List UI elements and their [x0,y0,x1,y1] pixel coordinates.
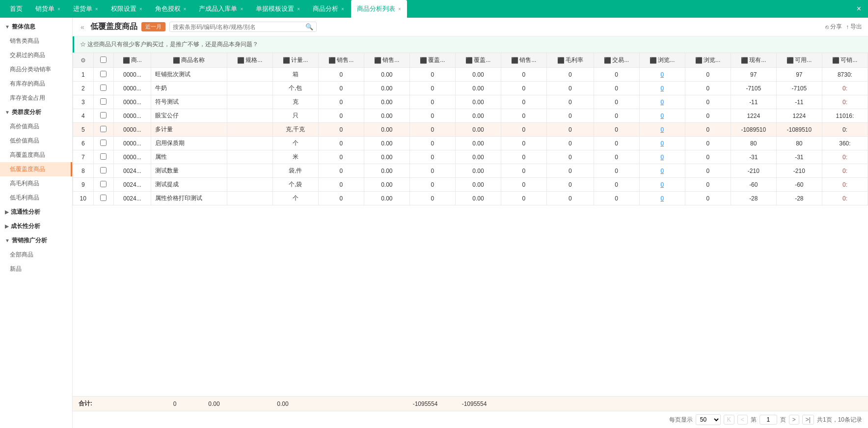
search-input[interactable] [173,24,303,30]
col-unit[interactable]: ⬛ 计量... [272,53,318,68]
nav-goods-analysis[interactable]: 商品分析 × [307,0,350,18]
row-checkbox-3[interactable] [100,112,107,118]
cell-browse1[interactable]: 0 [639,109,685,123]
nav-template-close[interactable]: × [297,6,300,12]
sidebar-section-cluster[interactable]: ▼ 类群度分析 [0,105,72,119]
sidebar-item-high-value[interactable]: 高价值商品 [0,119,72,134]
nav-permission[interactable]: 权限设置 × [105,0,148,18]
nav-permission-close[interactable]: × [139,6,142,12]
nav-purchase[interactable]: 进货单 × [67,0,104,18]
nav-sales[interactable]: 销货单 × [29,0,66,18]
sidebar-item-high-coverage[interactable]: 高覆盖度商品 [0,148,72,162]
sidebar-item-new-goods[interactable]: 新品 [0,262,72,276]
table-row: 100024...属性价格打印测试个00.0000.0000000-28-280… [73,192,868,205]
sidebar-section-overview[interactable]: ▼ 整体信息 [0,20,72,34]
sidebar-section-growth[interactable]: ▶ 成长性分析 [0,219,72,233]
sidebar-section-marketing[interactable]: ▼ 营销推广分析 [0,233,72,248]
select-all-checkbox[interactable] [100,57,107,63]
col-coverage2[interactable]: ⬛ 覆盖... [455,53,501,68]
cell-code: 0000... [113,137,151,150]
row-checkbox-0[interactable] [100,71,107,77]
col-spec[interactable]: ⬛ 规格... [227,53,272,68]
sidebar-item-low-margin[interactable]: 低毛利商品 [0,191,72,205]
time-filter-button[interactable]: 近一月 [141,22,165,31]
export-icon: ↑ [846,24,849,30]
cell-trade: 0 [594,192,639,205]
col-browse2[interactable]: ⬛ 浏览... [685,53,731,68]
col-name[interactable]: ⬛ 商品名称 [151,53,227,68]
cell-gross: 0 [546,82,594,95]
cell-browse1[interactable]: 0 [639,192,685,205]
first-page-btn[interactable]: K [724,415,734,425]
close-all-tabs[interactable]: × [854,4,864,13]
cell-sales-x: 0 [501,109,546,123]
sidebar-section-circulation[interactable]: ▶ 流通性分析 [0,205,72,219]
row-checkbox-9[interactable] [100,195,107,201]
cell-saleable: 11016: [822,109,868,123]
cell-browse1[interactable]: 0 [639,123,685,137]
nav-goods-analysis-list-close[interactable]: × [398,6,401,12]
sidebar-item-high-margin[interactable]: 高毛利商品 [0,176,72,191]
cell-available: 1224 [776,109,822,123]
cell-name: 属性 [151,150,227,164]
nav-product-entry[interactable]: 产成品入库单 × [193,0,249,18]
cell-name: 多计量 [151,123,227,137]
settings-icon[interactable]: ⚙ [81,57,86,64]
nav-home[interactable]: 首页 [4,0,28,18]
sidebar-item-traded-goods[interactable]: 交易过的商品 [0,48,72,62]
cell-no: 9 [73,178,94,192]
row-checkbox-7[interactable] [100,167,107,173]
row-checkbox-1[interactable] [100,85,107,91]
nav-role[interactable]: 角色授权 × [149,0,192,18]
col-coverage1[interactable]: ⬛ 覆盖... [409,53,455,68]
col-trade[interactable]: ⬛ 交易... [594,53,639,68]
nav-role-close[interactable]: × [184,6,187,12]
export-button[interactable]: ↑ 导出 [846,23,862,31]
sidebar-item-low-value[interactable]: 低价值商品 [0,134,72,148]
row-checkbox-2[interactable] [100,98,107,105]
cell-browse1[interactable]: 0 [639,68,685,82]
nav-goods-analysis-list[interactable]: 商品分析列表 × [351,0,407,18]
cell-cov2: 0.00 [455,123,501,137]
prev-page-btn[interactable]: < [737,415,748,425]
nav-goods-analysis-close[interactable]: × [341,6,344,12]
row-checkbox-5[interactable] [100,140,107,146]
cell-browse1[interactable]: 0 [639,95,685,109]
sidebar-item-stock-goods[interactable]: 有库存的商品 [0,77,72,91]
cell-gross: 0 [546,150,594,164]
collapse-sidebar-btn[interactable]: « [79,22,86,32]
cell-browse1[interactable]: 0 [639,137,685,150]
col-current[interactable]: ⬛ 现有... [731,53,776,68]
cell-browse1[interactable]: 0 [639,164,685,178]
nav-product-entry-close[interactable]: × [240,6,243,12]
col-gross-rate[interactable]: ⬛ 毛利率 [546,53,594,68]
sidebar-item-all-goods[interactable]: 全部商品 [0,248,72,262]
share-button[interactable]: ⎋ 分享 [825,23,842,31]
page-size-select[interactable]: 50 20 100 200 [696,414,721,425]
col-settings[interactable]: ⚙ [73,53,94,68]
sidebar-item-low-coverage[interactable]: 低覆盖度商品 [0,162,72,176]
cell-browse1[interactable]: 0 [639,82,685,95]
sidebar-item-sales-goods[interactable]: 销售类商品 [0,34,72,48]
col-saleable[interactable]: ⬛ 可销... [822,53,868,68]
last-page-btn[interactable]: >| [802,415,814,425]
cell-browse1[interactable]: 0 [639,178,685,192]
sidebar-item-category-rate[interactable]: 商品分类动销率 [0,62,72,77]
row-checkbox-4[interactable] [100,126,107,132]
col-available[interactable]: ⬛ 可用... [776,53,822,68]
col-code[interactable]: ⬛ 商... [113,53,151,68]
col-sales-qty[interactable]: ⬛ 销售... [318,53,364,68]
col-sales-amt[interactable]: ⬛ 销售... [364,53,409,68]
cell-spec [227,164,272,178]
current-page-input[interactable] [760,415,777,425]
row-checkbox-8[interactable] [100,181,107,187]
nav-sales-close[interactable]: × [57,6,60,12]
next-page-btn[interactable]: > [789,415,799,425]
sidebar-item-stock-capital[interactable]: 库存资金占用 [0,91,72,105]
cell-browse1[interactable]: 0 [639,150,685,164]
col-sales-x[interactable]: ⬛ 销售... [501,53,546,68]
nav-template[interactable]: 单据模板设置 × [250,0,306,18]
nav-purchase-close[interactable]: × [95,6,98,12]
row-checkbox-6[interactable] [100,153,107,160]
col-browse1[interactable]: ⬛ 浏览... [639,53,685,68]
